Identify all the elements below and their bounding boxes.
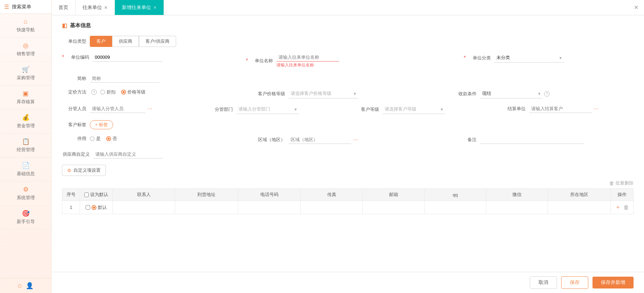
wechat-input[interactable] — [490, 205, 544, 210]
tab-new-partner[interactable]: 新增往来单位 ✕ — [115, 0, 164, 15]
system-icon: ⚙ — [23, 186, 29, 193]
window-close-button[interactable]: ✕ — [628, 0, 644, 15]
row-qq[interactable] — [424, 201, 486, 214]
manager-more-icon[interactable]: ··· — [148, 106, 152, 112]
sidebar-search-label: 搜索菜单 — [12, 4, 31, 10]
field-settlement: 结算单位 ··· — [501, 105, 634, 113]
code-input[interactable] — [93, 53, 162, 62]
add-tag-button[interactable]: + 标签 — [90, 120, 113, 129]
btn-customer[interactable]: 客户 — [90, 36, 112, 47]
tab-partners-close[interactable]: ✕ — [104, 5, 108, 10]
settlement-input[interactable] — [529, 105, 592, 113]
table-row: 1 默认 — [62, 201, 634, 214]
sidebar-item-guide[interactable]: 🎯 新手引导 — [0, 205, 51, 229]
abbr-input[interactable] — [90, 74, 159, 83]
row-email[interactable] — [363, 201, 425, 214]
disable-yes[interactable]: 是 — [90, 136, 101, 142]
btn-supplier[interactable]: 供应商 — [112, 36, 139, 47]
row-address[interactable] — [175, 201, 238, 214]
email-input[interactable] — [367, 205, 420, 210]
category-select[interactable]: 未分类 ▾ — [494, 53, 564, 63]
sidebar-item-label: 基础信息 — [17, 171, 35, 177]
main-area: 首页 往来单位 ✕ 新增往来单位 ✕ ✕ ◧ 基本信息 单位类型 客户 供应商 … — [52, 0, 644, 293]
customer-level-chevron: ▾ — [441, 107, 443, 112]
row-abbr: 简称 — [62, 74, 634, 83]
sales-icon: ◎ — [23, 42, 29, 49]
sidebar-item-system[interactable]: ⚙ 系统管理 — [0, 181, 51, 205]
region-input[interactable] — [289, 136, 351, 144]
field-supplier-custom: 供应商自定义 — [62, 150, 634, 158]
tab-partners[interactable]: 往来单位 ✕ — [76, 0, 115, 15]
department-chevron: ▾ — [294, 107, 297, 112]
qq-input[interactable] — [429, 205, 482, 210]
btn-both[interactable]: 客户/供应商 — [139, 36, 176, 47]
sidebar-item-label: 经营管理 — [17, 147, 35, 153]
phone-input[interactable] — [242, 205, 297, 210]
supplier-custom-input[interactable] — [93, 150, 163, 158]
discount-label: 折扣 — [107, 89, 116, 95]
sidebar-item-finance[interactable]: 💰 资金管理 — [0, 109, 51, 133]
name-input[interactable] — [276, 53, 339, 62]
row-location[interactable] — [548, 201, 611, 214]
save-button[interactable]: 保存 — [561, 276, 588, 289]
custom-settings-button[interactable]: ⚙ 自定义项设置 — [62, 165, 106, 176]
sidebar-home-icon[interactable]: ⌂ — [18, 282, 22, 290]
save-and-new-button[interactable]: 保存并新增 — [592, 277, 634, 288]
price-level-select[interactable]: 请选择客户价格等级 ▾ — [289, 89, 358, 98]
sidebar-item-basic[interactable]: 📄 基础信息 — [0, 157, 51, 181]
col-actions: 操作 — [611, 189, 633, 201]
remark-input[interactable] — [480, 136, 584, 144]
row-fax[interactable] — [301, 201, 363, 214]
batch-delete-label[interactable]: 批量删除 — [615, 180, 634, 186]
delete-row-button[interactable]: 🗑 — [623, 204, 629, 211]
sidebar-item-inventory[interactable]: ▣ 库存核算 — [0, 86, 51, 109]
customer-level-select[interactable]: 请选择客户等级 ▾ — [383, 105, 445, 114]
fax-input[interactable] — [305, 205, 358, 210]
disable-no[interactable]: 否 — [106, 136, 117, 142]
row-code-name-category: * 单位编码 * 单位名称 请输入往来单位名称 * 单位分类 未分类 ▾ — [62, 53, 634, 68]
region-more-icon[interactable]: ··· — [353, 137, 358, 143]
add-row-button[interactable]: ＋ — [615, 204, 621, 211]
row-phone[interactable] — [238, 201, 301, 214]
field-name: * 单位名称 请输入往来单位名称 — [246, 53, 450, 68]
pricing-radio-discount[interactable]: 折扣 — [100, 89, 116, 95]
disable-label: 停用 — [62, 136, 86, 142]
col-phone: 电话号码 — [238, 189, 301, 201]
category-value: 未分类 — [496, 55, 510, 61]
row-disable-region: 停用 是 否 区域（地区） ··· — [62, 136, 634, 144]
sidebar-item-quick-nav[interactable]: ⌂ 快捷导航 — [0, 14, 51, 38]
sidebar-item-purchase[interactable]: 🛒 采购管理 — [0, 62, 51, 86]
contact-input[interactable] — [117, 205, 171, 210]
row-contact[interactable] — [113, 201, 175, 214]
add-tag-label: + 标签 — [95, 122, 108, 128]
select-all-checkbox[interactable] — [84, 193, 89, 197]
row-default-radio[interactable]: 默认 — [92, 204, 107, 211]
address-input[interactable] — [179, 205, 234, 210]
tab-home[interactable]: 首页 — [52, 0, 76, 15]
sidebar-search[interactable]: ☰ 搜索菜单 — [0, 0, 51, 14]
price-level-label: 客户价格等级 — [257, 91, 285, 97]
col-fax: 传真 — [301, 189, 363, 201]
manager-input[interactable] — [90, 105, 146, 113]
payment-select[interactable]: 现结 ▾ — [480, 89, 543, 98]
tab-new-partner-close[interactable]: ✕ — [153, 5, 157, 10]
pricing-radio-level[interactable]: 价格等级 — [121, 89, 146, 95]
row-wechat[interactable] — [486, 201, 548, 214]
sidebar-item-label: 采购管理 — [17, 75, 35, 81]
table-header-row: 序号 设为默认 联系人 到货地址 电话号码 传真 邮箱 qq — [62, 189, 634, 201]
region-label: 区域（地区） — [257, 137, 285, 143]
department-select[interactable]: 请输入分管部门 ▾ — [236, 105, 299, 114]
tab-new-partner-label: 新增往来单位 — [122, 5, 151, 11]
sidebar-user-icon[interactable]: 👤 — [26, 282, 33, 290]
sidebar-item-sales[interactable]: ◎ 销售管理 — [0, 38, 51, 62]
pricing-help-icon[interactable]: ? — [91, 89, 97, 95]
form-content: ◧ 基本信息 单位类型 客户 供应商 客户/供应商 * 单位编码 * 单位名称 — [52, 15, 644, 272]
cancel-button[interactable]: 取消 — [530, 276, 557, 289]
discount-radio-circle — [100, 90, 105, 95]
payment-help-icon[interactable]: ? — [544, 91, 550, 97]
row-checkbox[interactable] — [86, 205, 90, 210]
sidebar-item-operations[interactable]: 📋 经营管理 — [0, 133, 51, 157]
location-input[interactable] — [552, 205, 606, 210]
settlement-more-icon[interactable]: ··· — [594, 106, 598, 112]
basic-icon: 📄 — [22, 162, 30, 169]
